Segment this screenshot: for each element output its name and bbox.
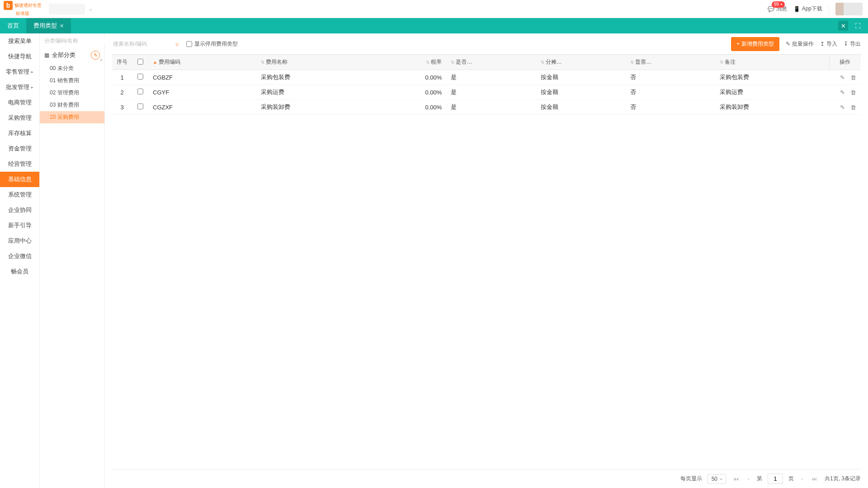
edit-row-icon[interactable]: ✎ xyxy=(840,89,845,96)
tab-home[interactable]: 首页 xyxy=(0,18,26,33)
cell-ticket: 否 xyxy=(626,100,715,115)
nav-search-menu[interactable]: 搜索菜单 xyxy=(0,33,39,49)
expense-table: 序号 ▲费用编码 ⇅费用名称 ⇅税率 ⇅是否… ⇅分摊… ⇅普票… ⇅备注 操作 xyxy=(112,54,861,115)
search-input[interactable] xyxy=(112,39,180,49)
fullscreen-icon[interactable]: ⛶ xyxy=(853,21,863,31)
tab-expense-type[interactable]: 费用类型 ✕ xyxy=(26,18,71,33)
tab-close-all-button[interactable]: ✕ xyxy=(838,21,848,31)
category-list: 00 未分类 01 销售费用 02 管理费用 03 财务费用 20 采购费用 xyxy=(40,62,104,123)
nav-collaboration[interactable]: 企业协同 xyxy=(0,202,39,218)
nav-guide[interactable]: 新手引导 xyxy=(0,218,39,233)
cell-is: 是 xyxy=(446,70,536,85)
nav-basic-info[interactable]: 基础信息 xyxy=(0,172,39,187)
tab-home-label: 首页 xyxy=(7,22,19,30)
cell-rate: 0.00% xyxy=(370,70,446,85)
page-suffix: 页 xyxy=(788,475,794,483)
tab-bar-right: ✕ ⛶ xyxy=(838,18,868,33)
sort-icon: ⇅ xyxy=(541,60,544,65)
table-body: 1 CGBZF 采购包装费 0.00% 是 按金额 否 采购包装费 ✎ 🗑 xyxy=(112,70,861,115)
page-prefix: 第 xyxy=(757,475,762,483)
nav-app-center[interactable]: 应用中心 xyxy=(0,233,39,249)
nav-wholesale[interactable]: 批发管理▸ xyxy=(0,80,39,95)
header-left: b 畅捷通好生意 标准版 ⌄ xyxy=(0,0,93,18)
show-disabled-chk[interactable] xyxy=(186,41,192,47)
import-icon: ↥ xyxy=(820,41,825,47)
category-item[interactable]: 01 销售费用 xyxy=(40,75,104,87)
cell-ops: ✎ 🗑 xyxy=(829,100,861,115)
batch-button[interactable]: ✎ 批量操作 xyxy=(786,40,814,48)
org-selector[interactable] xyxy=(49,4,85,14)
collapse-panel-icon[interactable]: « xyxy=(98,56,105,63)
col-ops: 操作 xyxy=(829,55,861,70)
category-item[interactable]: 02 管理费用 xyxy=(40,87,104,99)
col-rate[interactable]: ⇅税率 xyxy=(370,55,446,70)
page-number-input[interactable] xyxy=(768,474,783,484)
nav-system[interactable]: 系统管理 xyxy=(0,187,39,202)
export-icon: ↧ xyxy=(844,41,848,47)
cell-code: CGZXF xyxy=(148,100,256,115)
cell-idx: 1 xyxy=(112,70,132,85)
row-checkbox[interactable] xyxy=(137,103,143,109)
category-search-input[interactable] xyxy=(44,38,112,44)
cell-code: CGYF xyxy=(148,85,256,100)
category-all[interactable]: ▦ 全部分类 ✎ xyxy=(40,48,104,62)
col-code[interactable]: ▲费用编码 xyxy=(148,55,256,70)
cell-ops: ✎ 🗑 xyxy=(829,70,861,85)
sort-icon: ⇅ xyxy=(630,60,634,65)
col-ticket[interactable]: ⇅普票… xyxy=(626,55,715,70)
delete-row-icon[interactable]: 🗑 xyxy=(850,104,856,111)
col-remark[interactable]: ⇅备注 xyxy=(715,55,829,70)
cell-remark: 采购包装费 xyxy=(715,70,829,85)
show-disabled-checkbox[interactable]: 显示停用费用类型 xyxy=(186,40,238,48)
logo[interactable]: b 畅捷通好生意 标准版 xyxy=(0,0,45,18)
page-size-select[interactable]: 50 xyxy=(708,474,726,484)
nav-retail[interactable]: 零售管理▸ xyxy=(0,64,39,80)
nav-funds[interactable]: 资金管理 xyxy=(0,141,39,156)
nav-quick[interactable]: 快捷导航 xyxy=(0,49,39,64)
nav-ecommerce[interactable]: 电商管理 xyxy=(0,95,39,110)
edit-row-icon[interactable]: ✎ xyxy=(840,74,845,81)
close-icon[interactable]: ✕ xyxy=(60,23,64,29)
edit-row-icon[interactable]: ✎ xyxy=(840,104,845,111)
add-expense-type-button[interactable]: + 新增费用类型 xyxy=(731,37,779,51)
nav-inventory[interactable]: 库存核算 xyxy=(0,126,39,141)
logo-pair-text: 畅捷通好生意 xyxy=(14,2,42,9)
app-download-button[interactable]: 📱 App下载 xyxy=(793,5,822,13)
col-name[interactable]: ⇅费用名称 xyxy=(256,55,370,70)
category-item[interactable]: 00 未分类 xyxy=(40,62,104,75)
import-button[interactable]: ↥ 导入 xyxy=(820,40,837,48)
col-is[interactable]: ⇅是否… xyxy=(446,55,536,70)
per-page-label: 每页显示 xyxy=(680,475,702,483)
nav-wechat[interactable]: 企业微信 xyxy=(0,249,39,264)
top-header: b 畅捷通好生意 标准版 ⌄ 💬 消息 99 + 📱 App下载 xyxy=(0,0,868,18)
cell-remark: 采购运费 xyxy=(715,85,829,100)
messages-button[interactable]: 💬 消息 99 + xyxy=(768,5,787,13)
export-button[interactable]: ↧ 导出 xyxy=(844,40,861,48)
main-area: ⌕ 显示停用费用类型 + 新增费用类型 ✎ 批量操作 ↥ 导入 ↧ 导出 xyxy=(105,33,868,488)
prev-page-icon[interactable]: ‹ xyxy=(746,476,751,482)
row-checkbox[interactable] xyxy=(137,89,143,94)
row-checkbox[interactable] xyxy=(137,74,143,80)
cell-rate: 0.00% xyxy=(370,100,446,115)
avatar[interactable] xyxy=(835,3,863,15)
col-split[interactable]: ⇅分摊… xyxy=(536,55,626,70)
plus-icon: + xyxy=(736,41,740,47)
nav-member[interactable]: 畅会员 xyxy=(0,264,39,279)
messages-badge: 99 + xyxy=(772,1,785,8)
next-page-icon[interactable]: › xyxy=(799,476,805,482)
col-select-all[interactable] xyxy=(132,55,148,70)
cell-idx: 2 xyxy=(112,85,132,100)
phone-icon: 📱 xyxy=(793,6,800,12)
chevron-down-icon[interactable]: ⌄ xyxy=(89,6,93,12)
col-idx[interactable]: 序号 xyxy=(112,55,132,70)
delete-row-icon[interactable]: 🗑 xyxy=(850,89,856,96)
last-page-icon[interactable]: ⏭ xyxy=(810,476,819,482)
nav-purchase[interactable]: 采购管理 xyxy=(0,110,39,126)
category-item[interactable]: 20 采购费用 xyxy=(40,111,104,123)
delete-row-icon[interactable]: 🗑 xyxy=(850,74,856,81)
select-all-checkbox[interactable] xyxy=(137,59,143,65)
category-item[interactable]: 03 财务费用 xyxy=(40,99,104,111)
logo-sub-text: 标准版 xyxy=(16,10,29,17)
nav-business[interactable]: 经营管理 xyxy=(0,156,39,172)
first-page-icon[interactable]: ⏮ xyxy=(731,476,741,482)
